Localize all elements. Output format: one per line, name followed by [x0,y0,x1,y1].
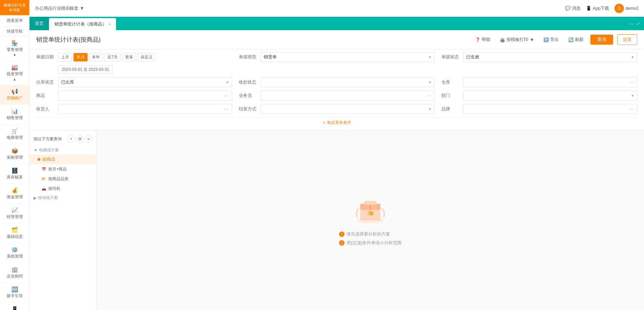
sidebar-item-guide[interactable]: 🆕 新手引导 [0,283,29,303]
minimize-icon[interactable]: — [629,21,634,26]
operations-icon: 📈 [11,207,18,213]
status-chevron-icon: ▼ [631,55,634,59]
status-select[interactable]: 已生效 ▼ [463,52,637,62]
sidebar-item-marketing[interactable]: 📢 营销推广 [0,85,29,105]
page-title: 销货单统计计表(按商品) [36,36,101,44]
tree-expand-icon: ▼ [34,148,38,153]
tree-item-month-goods[interactable]: 📅 按月+商品 [30,164,96,174]
warehouse-chevron-icon: ▼ [226,81,229,84]
export-btn[interactable]: ⬆️ 导出 [541,35,561,44]
tree-section: ▼ 电脑端方案 按商品 📅 按月+商品 📂 按商品品类 [30,145,96,203]
type-select[interactable]: 销货单 ▼ [261,52,435,62]
date-custom-btn[interactable]: 自定义 [138,53,156,61]
payment-chevron-icon: ▼ [428,81,432,84]
filter-receiver: 收货人 ··· [36,104,232,114]
panel-actions: + ⚙ « [67,135,92,143]
tree-item-by-goods[interactable]: 按商品 [30,154,96,164]
enterprise-icon: 🏢 [11,266,18,273]
staff-input[interactable]: ··· [261,91,435,101]
empty-tips: 1 请先选择要分析的方案 2 用[过滤]条件来缩小分析范围 [339,230,401,247]
tree-item-driver[interactable]: 🚗 按司机 [30,184,96,194]
panel-settings-btn[interactable]: ⚙ [76,135,84,143]
sidebar-item-ecommerce[interactable]: 🛒 电商管理 [0,124,29,144]
dropdown-arrow-icon: ▼ [80,6,84,11]
wholesale-icon: 🏭 [11,64,18,70]
empty-state: 😊 1 请先选择要分析的方案 2 用[过滤]条件来缩小分析范围 [339,194,401,247]
industry-selector[interactable]: 办公用品行业模拟账套 ▼ [35,5,84,11]
sidebar-search[interactable]: 搜索菜单 [0,15,29,27]
settle-chevron-icon: ▼ [428,107,432,111]
avatar: D [614,4,624,13]
header-left: 办公用品行业模拟账套 ▼ [35,5,84,11]
empty-tip-2: 2 用[过滤]条件来缩小分析范围 [339,239,401,247]
sidebar-item-inventory[interactable]: 🗄️ 库存核算 [0,164,29,184]
export-icon: ⬆️ [543,37,549,42]
refresh-icon: 🔄 [568,37,574,42]
maximize-icon[interactable]: ⤢ [636,21,640,26]
header-right: 💬 消息 📱 App下载 D demo2 [565,4,639,13]
collapse-btn[interactable]: ∧ 收起更多条件 [36,117,637,127]
left-panel-header: 按以下方案查询 + ⚙ « [30,133,96,145]
appstore-icon: 📱 [11,306,18,310]
tab-home[interactable]: 首页 [30,17,49,30]
help-icon: ❓ [475,37,480,42]
date-prev-btn[interactable]: 上月 [58,53,72,61]
sidebar-item-appstore[interactable]: 📱 应用中心 [0,303,29,310]
logo-text: 畅捷信好生意 标准版 [4,3,26,12]
sidebar-item-basic[interactable]: 🗂️ 基础信息 [0,223,29,243]
sidebar-item-operations[interactable]: 📈 经营管理 [0,204,29,223]
help-btn[interactable]: ❓ 帮助 [472,35,493,44]
settle-select[interactable]: ▼ [261,104,435,114]
goods-input[interactable]: ··· [58,91,232,101]
message-icon: 💬 [565,6,571,11]
phone-icon: 📱 [586,6,591,11]
refresh-btn[interactable]: 🔄 刷新 [566,35,586,44]
print-icon: 🖨️ [500,37,505,42]
sidebar-item-finance[interactable]: 💰 资金管理 [0,184,29,204]
warehouse-select[interactable]: 已出库 ▼ [58,77,232,87]
brand-input[interactable]: ··· [463,104,637,114]
ecommerce-icon: 🛒 [11,128,18,134]
query-btn[interactable]: 查询 [590,35,613,45]
sidebar: 畅捷信好生意 标准版 搜索菜单 快捷导航 🏪 零售管理 ▼ 🏭 批发管理 ▲ 📢… [0,0,30,310]
sidebar-item-sales[interactable]: 📊 销售管理 [0,105,29,124]
pc-group-label: ▼ 电脑端方案 [30,146,96,154]
sidebar-item-system[interactable]: ⚙️ 系统管理 [0,243,29,263]
receiver-input[interactable]: ··· [58,104,232,114]
right-content: 😊 1 请先选择要分析的方案 2 用[过滤]条件来缩小分析范围 [97,131,644,310]
filter-settle: 结算方式 ▼ [239,104,435,114]
sidebar-item-enterprise[interactable]: 🏢 企业协同 [0,263,29,283]
dept-chevron-icon: ▼ [631,94,634,98]
settings-btn[interactable]: 设置 [617,34,637,45]
tree-item-goods-category[interactable]: 📂 按商品品类 [30,174,96,184]
system-icon: ⚙️ [11,247,18,253]
tab-close-icon[interactable]: × [109,22,111,26]
tab-active[interactable]: 销货单统计计表（按商品） × [49,18,116,30]
sidebar-quick-nav[interactable]: 快捷导航 [0,27,29,37]
tab-bar: 首页 销货单统计计表（按商品） × — ⤢ [30,17,644,30]
panel-add-btn[interactable]: + [67,135,75,143]
user-menu[interactable]: D demo2 [614,4,639,13]
storage-input[interactable]: ··· [463,77,637,87]
finance-icon: 💰 [11,187,18,194]
date-week-btn[interactable]: 近7天 [104,53,121,61]
message-btn[interactable]: 💬 消息 [565,5,581,11]
payment-select[interactable]: ▼ [261,77,435,87]
basic-icon: 🗂️ [11,227,18,233]
date-curr-btn[interactable]: 本月 [73,53,88,61]
sidebar-item-purchase[interactable]: 📦 采购管理 [0,144,29,164]
app-download-btn[interactable]: 📱 App下载 [586,5,609,11]
print-btn[interactable]: 🖨️ 按模板打印 ▼ [497,35,537,44]
sidebar-item-retail[interactable]: 🏪 零售管理 ▼ [0,37,29,61]
date-range-display: 2023-03-01 至 2023-03-31 [58,65,113,74]
panel-collapse-btn[interactable]: « [85,135,92,143]
sidebar-logo: 畅捷信好生意 标准版 [0,0,29,15]
date-more-btn[interactable]: 更多 [122,53,136,61]
date-year-btn[interactable]: 本年 [89,53,103,61]
page-header: 销货单统计计表(按商品) ❓ 帮助 🖨️ 按模板打印 ▼ ⬆️ 导出 🔄 刷 [30,30,644,49]
active-dot-icon [38,158,40,161]
sidebar-item-wholesale[interactable]: 🏭 批发管理 ▲ [0,61,29,85]
svg-text:😊: 😊 [369,211,374,216]
svg-rect-4 [364,201,376,205]
dept-select[interactable]: ▼ [463,91,637,101]
